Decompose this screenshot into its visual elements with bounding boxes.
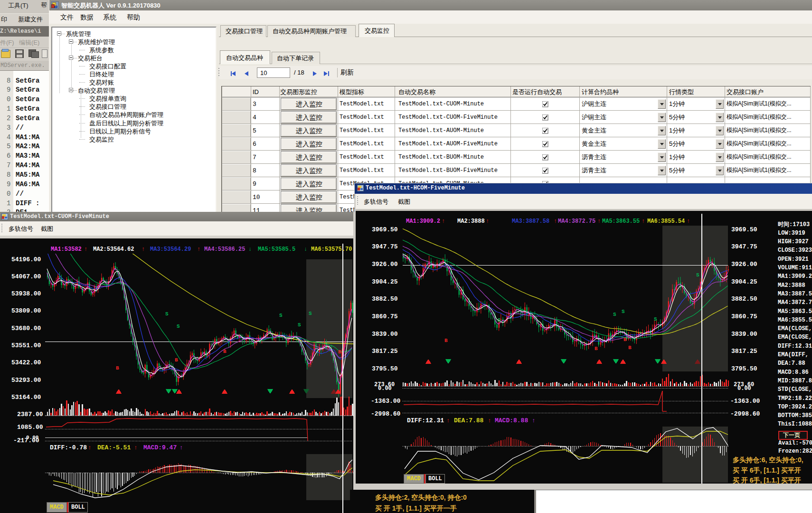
svg-text:S: S (165, 311, 169, 317)
svg-text:B: B (175, 357, 178, 363)
svg-text:B: B (116, 365, 119, 371)
svg-text:B: B (595, 346, 598, 352)
svg-text:S: S (177, 323, 180, 329)
svg-text:B: B (628, 345, 632, 351)
svg-text:S: S (654, 316, 657, 322)
svg-text:S: S (696, 272, 699, 278)
svg-text:S: S (498, 317, 501, 323)
svg-text:S: S (622, 309, 625, 314)
svg-text:S: S (613, 312, 616, 317)
svg-text:B: B (444, 338, 448, 343)
svg-text:S: S (298, 322, 301, 328)
svg-text:S: S (309, 311, 312, 316)
svg-text:S: S (279, 313, 283, 318)
svg-text:B: B (338, 349, 341, 355)
svg-text:B: B (623, 337, 627, 342)
svg-text:B: B (223, 349, 227, 354)
